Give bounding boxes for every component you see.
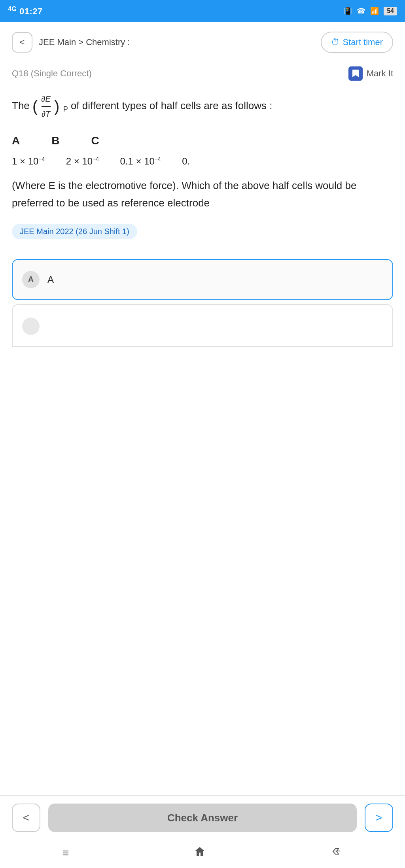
start-timer-label: Start timer xyxy=(343,37,383,47)
top-nav: < JEE Main > Chemistry : ⏱ Start timer xyxy=(0,22,405,62)
back-button[interactable]: < xyxy=(12,32,32,53)
mark-it-button[interactable]: Mark It xyxy=(348,66,393,81)
option-a-badge: A xyxy=(22,271,40,288)
question-header: Q18 (Single Correct) Mark It xyxy=(0,62,405,89)
question-content: The ( ∂E ∂T ) P of different types of ha… xyxy=(0,89,405,128)
question-body-text: (Where E is the electromotive force). Wh… xyxy=(0,177,405,216)
network-label: 4G xyxy=(8,6,17,12)
home-button[interactable] xyxy=(194,845,206,860)
col-header-a: A xyxy=(12,132,20,150)
check-answer-button[interactable]: Check Answer xyxy=(48,804,357,832)
option-b-badge xyxy=(22,318,40,335)
question-label: Q18 (Single Correct) xyxy=(12,68,92,79)
bottom-nav: < Check Answer > ≡ xyxy=(0,795,405,868)
question-intro: The xyxy=(12,100,32,112)
val-c: 0.1 × 10−4 xyxy=(120,154,161,169)
status-bar: 4G 01:27 📳 ☎ 📶 54 xyxy=(0,0,405,22)
status-icons: 📳 ☎ 📶 54 xyxy=(343,7,397,15)
start-timer-button[interactable]: ⏱ Start timer xyxy=(321,32,393,53)
system-nav: ≡ xyxy=(0,840,405,868)
wifi-icon: 📶 xyxy=(370,7,379,15)
signal-icon: ☎ xyxy=(357,7,365,15)
status-time: 4G 01:27 xyxy=(8,6,43,17)
prev-button[interactable]: < xyxy=(12,804,40,832)
question-tag[interactable]: JEE Main 2022 (26 Jun Shift 1) xyxy=(12,224,137,239)
option-a[interactable]: A A xyxy=(12,259,393,300)
next-button[interactable]: > xyxy=(365,804,393,832)
subscript-p: P xyxy=(63,105,68,113)
val-a: 1 × 10−4 xyxy=(12,154,45,169)
question-body: of different types of half cells are as … xyxy=(71,100,273,112)
data-table: A B C 1 × 10−4 2 × 10−4 0.1 × 10−4 0. xyxy=(0,128,405,177)
bottom-buttons: < Check Answer > xyxy=(0,796,405,840)
col-header-c: C xyxy=(91,132,99,150)
battery-level: 54 xyxy=(384,7,397,15)
mark-it-label: Mark It xyxy=(367,68,393,79)
vibrate-icon: 📳 xyxy=(343,7,352,15)
tag-container: JEE Main 2022 (26 Jun Shift 1) xyxy=(0,216,405,255)
menu-button[interactable]: ≡ xyxy=(62,847,69,859)
option-b-partial[interactable] xyxy=(12,304,393,347)
option-a-text: A xyxy=(47,274,54,285)
back-system-button[interactable] xyxy=(331,845,343,860)
svg-rect-0 xyxy=(335,851,340,851)
col-header-b: B xyxy=(51,132,59,150)
breadcrumb: JEE Main > Chemistry : xyxy=(39,37,314,47)
options-container: A A xyxy=(0,255,405,304)
bookmark-icon xyxy=(348,66,363,81)
timer-icon: ⏱ xyxy=(331,37,340,47)
val-b: 2 × 10−4 xyxy=(66,154,99,169)
val-d: 0. xyxy=(182,154,190,169)
partial-derivative: ∂E ∂T xyxy=(42,93,51,120)
